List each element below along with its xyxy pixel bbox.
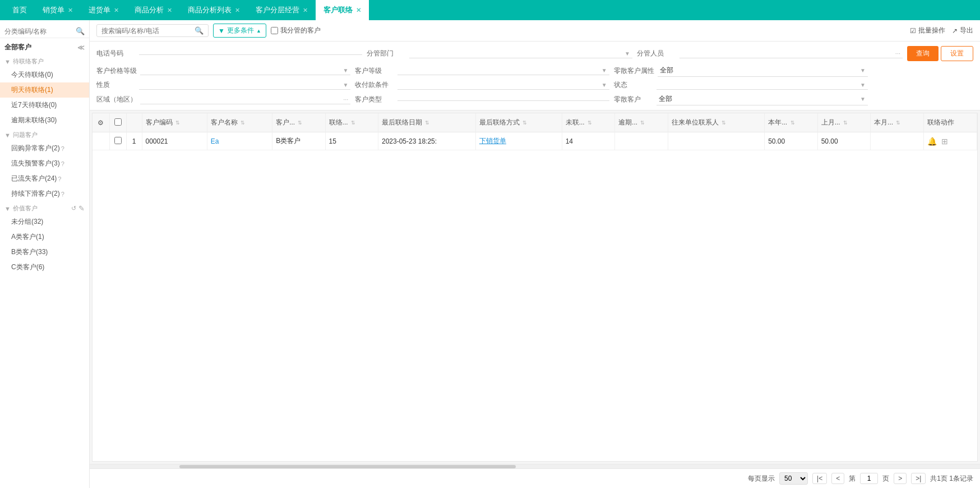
all-customers-section[interactable]: 全部客户 ≪ [0,40,89,54]
dept-select[interactable]: ▼ [409,49,632,58]
refresh-icon[interactable]: ↺ [71,205,76,212]
retail-customer-select[interactable]: 全部 ▼ [657,93,868,105]
sidebar-item-today-contact[interactable]: 今天待联络(0) [0,67,89,82]
sidebar-item-ungrouped[interactable]: 未分组(32) [0,214,89,229]
next-page-button[interactable]: > [894,473,907,484]
row-last-way[interactable]: 下销货单 [475,132,562,150]
nav-product-analysis[interactable]: 商品分析 ✕ [127,0,180,20]
sidebar-item-overdue-contact[interactable]: 逾期未联络(30) [0,113,89,128]
status-select[interactable]: ▼ [657,81,868,90]
pending-arrow-icon: ▼ [4,58,11,65]
payment-label: 收付款条件 [355,80,394,90]
price-level-select[interactable]: ▼ [140,66,350,75]
horizontal-scrollbar[interactable] [90,464,980,468]
sidebar-item-churn-warning[interactable]: 流失预警客户(3) ? [0,156,89,171]
col-overdue[interactable]: 逾期... ⇅ [615,113,668,132]
filter-status: 状态 ▼ [614,80,868,90]
col-last-month[interactable]: 上月... ⇅ [817,113,870,132]
payment-select[interactable]: ▼ [397,81,609,90]
sidebar-item-class-c[interactable]: C类客户(6) [0,260,89,275]
sort-overdue-icon[interactable]: ⇅ [640,120,645,126]
col-customer-name[interactable]: 客户名称 ⇅ [207,113,272,132]
sort-last-way-icon[interactable]: ⇅ [523,120,527,126]
sidebar-item-repurchase-abnormal[interactable]: 回购异常客户(2) ? [0,141,89,156]
nav-purchase-order[interactable]: 进货单 ✕ [81,0,127,20]
sidebar-item-7days-contact[interactable]: 近7天待联络(0) [0,98,89,113]
region-select[interactable]: ··· [140,95,350,104]
col-last-date[interactable]: 最后联络日期 ⇅ [378,113,476,132]
set-button[interactable]: 设置 [941,46,973,61]
sort-contacts-icon[interactable]: ⇅ [351,120,355,126]
sidebar-search-box[interactable]: 🔍 [0,25,89,38]
col-this-year[interactable]: 本年... ⇅ [765,113,817,132]
more-filter-button[interactable]: ▼ 更多条件 ▲ [213,24,266,38]
col-last-way[interactable]: 最后联络方式 ⇅ [475,113,562,132]
export-button[interactable]: ↗ 导出 [952,26,973,35]
query-button[interactable]: 查询 [907,46,939,61]
nav-customer-contact[interactable]: 客户联络 ✕ [316,0,369,20]
retail-attr-select[interactable]: 全部 ▼ [658,65,868,77]
sort-no-contact-icon[interactable]: ⇅ [588,120,592,126]
customer-type-select[interactable] [397,98,609,101]
sort-this-month-icon[interactable]: ⇅ [896,120,900,126]
gender-arrow-icon: ▼ [343,82,348,88]
main-search-icon[interactable]: 🔍 [195,26,204,35]
scrollbar-thumb[interactable] [179,465,516,468]
sidebar-search-icon[interactable]: 🔍 [76,27,85,35]
collapse-icon[interactable]: ≪ [77,44,85,52]
person-select[interactable]: ··· [679,49,903,58]
nav-home[interactable]: 首页 [4,0,35,20]
my-customers-checkbox[interactable] [271,27,278,34]
batch-operation-button[interactable]: ☑ 批量操作 [910,26,945,35]
row-action-grid-icon[interactable]: ⊞ [941,137,948,146]
close-purchase-order-icon[interactable]: ✕ [114,7,119,14]
customer-level-select[interactable]: ▼ [397,66,609,75]
col-contacts[interactable]: 联络... ⇅ [325,113,378,132]
page-number-input[interactable] [860,473,878,484]
person-ellipsis-icon: ··· [895,50,900,57]
nav-product-analysis-list[interactable]: 商品分析列表 ✕ [180,0,248,20]
edit-value-icon[interactable]: ✎ [78,204,85,213]
col-check[interactable] [109,113,126,132]
close-customer-tier-icon[interactable]: ✕ [303,7,308,14]
gender-select[interactable]: ▼ [139,81,350,90]
close-product-list-icon[interactable]: ✕ [235,7,240,14]
my-customers-checkbox-area[interactable]: 我分管的客户 [271,26,321,35]
col-contact-person[interactable]: 往来单位联系人 ⇅ [668,113,765,132]
close-customer-contact-icon[interactable]: ✕ [356,7,361,14]
sort-code-icon[interactable]: ⇅ [175,120,180,126]
sidebar-item-tomorrow-contact[interactable]: 明天待联络(1) [0,82,89,98]
sidebar-item-declining[interactable]: 持续下滑客户(2) ? [0,186,89,201]
last-page-button[interactable]: >| [911,473,926,484]
nav-customer-tier[interactable]: 客户分层经营 ✕ [248,0,316,20]
col-gear[interactable]: ⚙ [93,113,109,132]
close-sales-order-icon[interactable]: ✕ [68,7,73,14]
sort-contact-person-icon[interactable]: ⇅ [722,120,726,126]
nav-sales-order[interactable]: 销货单 ✕ [35,0,81,20]
row-action-bell-icon[interactable]: 🔔 [927,137,937,146]
sort-last-date-icon[interactable]: ⇅ [425,120,429,126]
sidebar-item-churned[interactable]: 已流失客户(24) ? [0,171,89,186]
row-checkbox[interactable] [114,137,122,144]
sort-this-year-icon[interactable]: ⇅ [791,120,795,126]
col-customer-code[interactable]: 客户编码 ⇅ [142,113,207,132]
first-page-button[interactable]: |< [812,473,827,484]
row-contact-person [668,132,765,150]
prev-page-button[interactable]: < [831,473,844,484]
sort-last-month-icon[interactable]: ⇅ [843,120,848,126]
main-search-input[interactable] [101,27,195,35]
col-no-contact[interactable]: 未联... ⇅ [562,113,614,132]
sidebar-search-input[interactable] [4,27,76,35]
sidebar-item-class-a[interactable]: A类客户(1) [0,229,89,245]
search-box[interactable]: 🔍 [96,24,209,37]
col-this-month[interactable]: 本月... ⇅ [871,113,923,132]
col-customer-type[interactable]: 客户... ⇅ [272,113,325,132]
select-all-checkbox[interactable] [114,118,122,126]
sort-name-icon[interactable]: ⇅ [241,120,245,126]
page-size-select[interactable]: 50 100 [779,472,808,485]
close-product-analysis-icon[interactable]: ✕ [167,7,172,14]
row-check[interactable] [109,132,126,150]
phone-input[interactable] [139,52,362,55]
sort-type-icon[interactable]: ⇅ [298,120,302,126]
sidebar-item-class-b[interactable]: B类客户(33) [0,245,89,260]
